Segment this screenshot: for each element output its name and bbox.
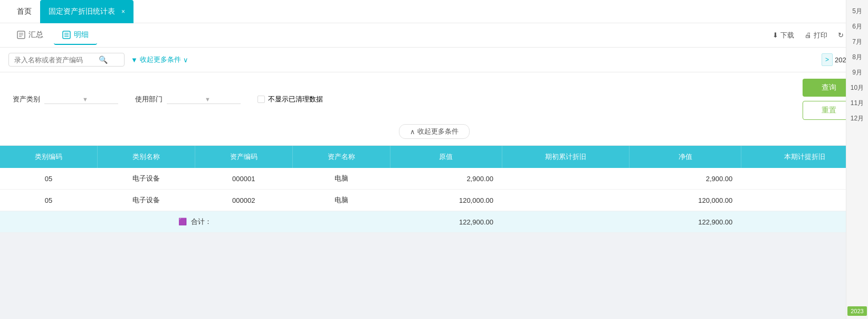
tab-detail[interactable]: 明细: [54, 26, 97, 45]
chevron-down-icon: ∨: [183, 56, 188, 64]
col-original-value: 原值: [390, 146, 502, 168]
tab-detail-label: 明细: [74, 30, 89, 40]
right-panel: 5月 6月 7月 8月 9月 10月 11月 12月 2023: [846, 0, 868, 319]
cell-asset-code: 000001: [195, 168, 292, 190]
cell-asset-code-2: 000002: [195, 190, 292, 211]
total-icon: 🟪: [178, 218, 187, 226]
summary-icon: [17, 31, 25, 39]
table-row: 05 电子设备 000002 电脑 120,000.00 120,000.00: [0, 190, 868, 211]
active-tab[interactable]: 固定资产折旧统计表 ×: [40, 0, 133, 23]
total-original-value: 122,900.00: [390, 211, 502, 233]
refresh-icon: ↻: [838, 31, 844, 39]
hide-cleared-checkbox[interactable]: [257, 96, 265, 103]
collapse-label: 收起更多条件: [417, 127, 459, 136]
total-net-value: 122,900.00: [629, 211, 741, 233]
use-department-select[interactable]: ▼: [167, 95, 241, 104]
hide-cleared-label: 不显示已清理数据: [268, 95, 323, 104]
cell-accumulated-depreciation: [502, 168, 629, 190]
asset-category-select[interactable]: ▼: [44, 95, 118, 104]
col-asset-name: 资产名称: [292, 146, 390, 168]
cell-asset-name: 电脑: [292, 168, 390, 190]
detail-icon: [62, 31, 71, 39]
data-table-wrap: 类别编码 类别名称 资产编码 资产名称 原值 期初累计折旧 净值 本期计提折旧 …: [0, 146, 868, 233]
collapse-button[interactable]: ∧ 收起更多条件: [399, 124, 470, 139]
year-badge[interactable]: 2023: [847, 306, 866, 316]
total-label-cell: 🟪 合计：: [0, 211, 390, 233]
download-button[interactable]: ⬇ 下载: [772, 31, 794, 40]
data-table: 类别编码 类别名称 资产编码 资产名称 原值 期初累计折旧 净值 本期计提折旧 …: [0, 146, 868, 233]
table-row: 05 电子设备 000001 电脑 2,900.00 2,900.00: [0, 168, 868, 190]
use-department-filter: 使用部门 ▼: [135, 95, 241, 104]
search-input-wrap[interactable]: 🔍: [8, 53, 125, 67]
month-11[interactable]: 11月: [846, 96, 868, 110]
collapse-icon: ∧: [410, 128, 415, 136]
table-header: 类别编码 类别名称 资产编码 资产名称 原值 期初累计折旧 净值 本期计提折旧: [0, 146, 868, 168]
search-icon[interactable]: 🔍: [99, 55, 108, 64]
col-category-code: 类别编码: [0, 146, 97, 168]
cell-category-name-2: 电子设备: [97, 190, 195, 211]
asset-category-label: 资产类别: [13, 95, 40, 104]
tab-summary[interactable]: 汇总: [8, 26, 52, 45]
month-12[interactable]: 12月: [846, 111, 868, 126]
filter-icon: ▼: [131, 56, 138, 64]
top-nav: 首页 固定资产折旧统计表 × ×: [0, 0, 868, 23]
collapse-bar: ∧ 收起更多条件: [13, 120, 855, 141]
print-label: 打印: [814, 31, 827, 40]
print-icon: 🖨: [805, 31, 812, 39]
search-input[interactable]: [14, 56, 99, 64]
total-label: 合计：: [191, 218, 212, 226]
cell-original-value-2: 120,000.00: [390, 190, 502, 211]
sub-tabs-left: 汇总 明细: [8, 26, 97, 45]
col-accumulated-depreciation: 期初累计折旧: [502, 146, 629, 168]
asset-category-arrow: ▼: [82, 96, 116, 102]
download-icon: ⬇: [772, 31, 778, 39]
cell-net-value: 2,900.00: [629, 168, 741, 190]
tab-summary-label: 汇总: [28, 30, 43, 40]
cell-category-code-2: 05: [0, 190, 97, 211]
month-7[interactable]: 7月: [846, 35, 868, 49]
table-body: 05 电子设备 000001 电脑 2,900.00 2,900.00 05 电…: [0, 168, 868, 233]
filter-section: 资产类别 ▼ 使用部门 ▼ 不显示已清理数据 查询 重置 ∧ 收起更多条件: [0, 72, 868, 146]
cell-net-value-2: 120,000.00: [629, 190, 741, 211]
col-category-name: 类别名称: [97, 146, 195, 168]
total-row: 🟪 合计： 122,900.00 122,900.00: [0, 211, 868, 233]
panel-arrow-button[interactable]: >: [822, 53, 833, 66]
month-6[interactable]: 6月: [846, 20, 868, 34]
asset-category-filter: 资产类别 ▼: [13, 95, 118, 104]
cell-category-name: 电子设备: [97, 168, 195, 190]
month-8[interactable]: 8月: [846, 50, 868, 64]
search-bar: 🔍 ▼ 收起更多条件 ∨ > 2023.01: [0, 48, 868, 72]
more-conditions-label: 收起更多条件: [140, 55, 181, 64]
tab-title: 固定资产折旧统计表: [49, 7, 115, 16]
more-conditions-button[interactable]: ▼ 收起更多条件 ∨: [131, 55, 188, 64]
sub-tabs-bar: 汇总 明细 ⬇ 下载 🖨 打印 ↻ 刷新: [0, 23, 868, 48]
print-button[interactable]: 🖨 打印: [805, 31, 827, 40]
cell-original-value: 2,900.00: [390, 168, 502, 190]
col-net-value: 净值: [629, 146, 741, 168]
hide-cleared-checkbox-wrap[interactable]: 不显示已清理数据: [257, 95, 323, 104]
download-label: 下载: [780, 31, 794, 40]
month-10[interactable]: 10月: [846, 81, 868, 95]
cell-category-code: 05: [0, 168, 97, 190]
cell-asset-name-2: 电脑: [292, 190, 390, 211]
use-department-arrow: ▼: [205, 96, 239, 102]
nav-home[interactable]: 首页: [8, 7, 40, 16]
cell-accumulated-depreciation-2: [502, 190, 629, 211]
month-5[interactable]: 5月: [846, 4, 868, 18]
col-asset-code: 资产编码: [195, 146, 292, 168]
total-accumulated-depreciation: [502, 211, 629, 233]
month-9[interactable]: 9月: [846, 65, 868, 80]
filter-row: 资产类别 ▼ 使用部门 ▼ 不显示已清理数据 查询 重置: [13, 79, 855, 120]
tab-close-icon[interactable]: ×: [121, 8, 125, 15]
use-department-label: 使用部门: [135, 95, 163, 104]
